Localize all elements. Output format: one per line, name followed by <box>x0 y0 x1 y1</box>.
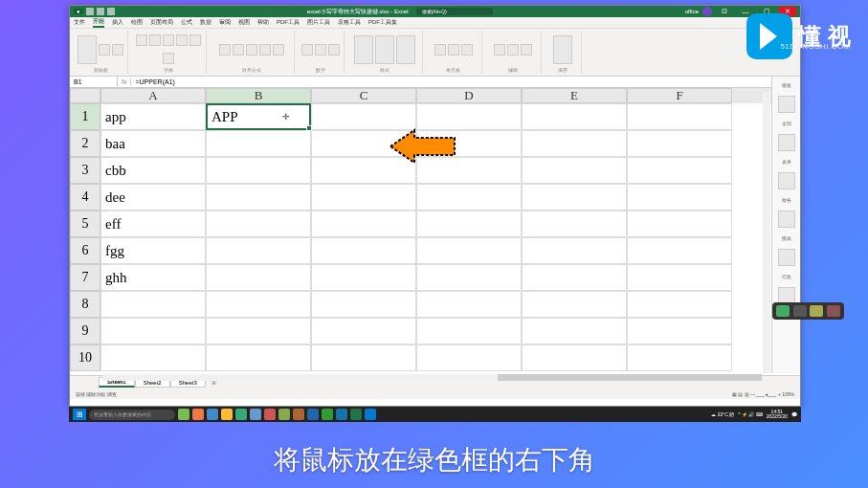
tab-table[interactable]: 表格工具 <box>338 18 361 27</box>
cell[interactable] <box>522 211 627 237</box>
save-icon[interactable] <box>86 8 94 15</box>
cut-button[interactable] <box>99 44 110 55</box>
font-color-button[interactable] <box>163 53 174 64</box>
ft-btn-4[interactable] <box>827 305 840 317</box>
row-header[interactable]: 10 <box>70 344 100 371</box>
percent-button[interactable] <box>315 44 326 55</box>
cell[interactable] <box>416 264 522 291</box>
tb-excel-icon[interactable] <box>350 409 362 420</box>
col-header-f[interactable]: F <box>627 88 732 103</box>
cell[interactable] <box>522 103 627 130</box>
italic-button[interactable] <box>149 34 161 46</box>
copy-button[interactable] <box>112 44 123 55</box>
cell[interactable] <box>522 344 627 371</box>
ft-btn-2[interactable] <box>793 305 807 317</box>
tab-pdfset[interactable]: PDF工具集 <box>368 18 397 27</box>
cell[interactable] <box>416 184 522 211</box>
cell[interactable] <box>522 157 627 184</box>
cell[interactable] <box>416 211 522 237</box>
cell[interactable] <box>627 237 732 264</box>
name-box[interactable]: B1 <box>70 77 118 87</box>
sum-button[interactable] <box>494 44 505 55</box>
tb-app-6[interactable] <box>250 409 261 420</box>
cell[interactable] <box>627 184 732 211</box>
user-avatar[interactable] <box>702 7 712 16</box>
cell[interactable] <box>206 264 311 291</box>
cell[interactable] <box>311 344 416 371</box>
undo-icon[interactable] <box>97 8 104 15</box>
row-header[interactable]: 7 <box>70 264 100 291</box>
cell[interactable] <box>100 291 206 318</box>
cell-style-button[interactable] <box>396 35 415 64</box>
cell[interactable] <box>627 291 732 318</box>
col-header-b[interactable]: B <box>206 88 311 103</box>
tab-file[interactable]: 文件 <box>74 18 85 27</box>
tb-app-12[interactable] <box>336 409 347 420</box>
clock-date[interactable]: 2022/5/20 <box>767 414 788 419</box>
tb-app-8[interactable] <box>278 409 290 420</box>
tab-home[interactable]: 开始 <box>93 17 104 28</box>
cell[interactable] <box>522 291 627 318</box>
formula-input[interactable]: =UPPER(A1) <box>131 78 800 85</box>
tab-review[interactable]: 审阅 <box>219 18 231 27</box>
sort-button[interactable] <box>507 44 519 55</box>
row-header[interactable]: 3 <box>70 157 100 184</box>
cell[interactable] <box>206 130 311 157</box>
tab-insert[interactable]: 插入 <box>112 18 123 27</box>
cell[interactable] <box>522 184 627 211</box>
fx-icon[interactable]: fx <box>118 78 131 85</box>
tab-data[interactable]: 数据 <box>200 18 211 27</box>
tb-app-1[interactable] <box>178 409 189 420</box>
align-right-button[interactable] <box>246 44 257 55</box>
cell[interactable] <box>206 211 311 237</box>
cell[interactable] <box>522 130 627 157</box>
paste-button[interactable] <box>78 35 97 64</box>
cell[interactable] <box>627 318 732 344</box>
cell[interactable] <box>522 237 627 264</box>
insert-cell-button[interactable] <box>434 44 446 55</box>
cell[interactable]: fgg <box>100 237 206 264</box>
row-header[interactable]: 2 <box>70 130 100 157</box>
cell[interactable] <box>206 318 311 344</box>
cell[interactable] <box>522 318 627 344</box>
tb-app-11[interactable] <box>322 409 333 420</box>
cell[interactable]: ghh <box>100 264 206 291</box>
zoom-controls[interactable]: ▦ ▤ ▥ — ⎯⎯⎯●⎯⎯⎯ + 100% <box>732 391 794 397</box>
tb-app-9[interactable] <box>293 409 304 420</box>
tray-icons[interactable]: ^ ⚡ 🔊 ⌨ <box>738 411 763 417</box>
tpl-form-icon[interactable] <box>778 134 795 151</box>
autosave-toggle[interactable]: ● <box>74 9 83 14</box>
tpl-chart-icon[interactable] <box>778 211 795 228</box>
ft-btn-3[interactable] <box>810 305 823 317</box>
col-header-e[interactable]: E <box>522 88 627 103</box>
cell[interactable]: cbb <box>100 157 206 184</box>
row-header[interactable]: 5 <box>70 211 100 237</box>
cell[interactable]: baa <box>100 130 206 157</box>
cell[interactable] <box>311 184 416 211</box>
tb-app-5[interactable] <box>235 409 247 420</box>
cell[interactable] <box>206 184 311 211</box>
ft-btn-1[interactable] <box>776 305 790 317</box>
col-header-d[interactable]: D <box>416 88 522 103</box>
merge-button[interactable] <box>273 44 284 55</box>
cell[interactable] <box>311 318 416 344</box>
cell[interactable]: app <box>100 103 206 130</box>
row-header[interactable]: 9 <box>70 318 100 344</box>
cell[interactable] <box>100 318 206 344</box>
row-header[interactable]: 1 <box>70 103 100 130</box>
tb-edge-icon[interactable] <box>365 409 376 420</box>
delete-cell-button[interactable] <box>448 44 459 55</box>
border-button[interactable] <box>176 34 188 46</box>
cell[interactable] <box>627 211 732 237</box>
cell[interactable] <box>416 344 522 371</box>
cell[interactable] <box>206 157 311 184</box>
tb-app-4[interactable] <box>221 409 233 420</box>
bold-button[interactable] <box>136 34 147 46</box>
cell[interactable] <box>100 344 206 371</box>
tab-formula[interactable]: 公式 <box>181 18 192 27</box>
col-header-a[interactable]: A <box>100 88 206 103</box>
fill-color-button[interactable] <box>189 34 201 46</box>
taskbar-search[interactable]: 在这里输入你要搜索的内容 <box>89 410 175 420</box>
tb-app-10[interactable] <box>307 409 319 420</box>
row-header[interactable]: 4 <box>70 184 100 211</box>
